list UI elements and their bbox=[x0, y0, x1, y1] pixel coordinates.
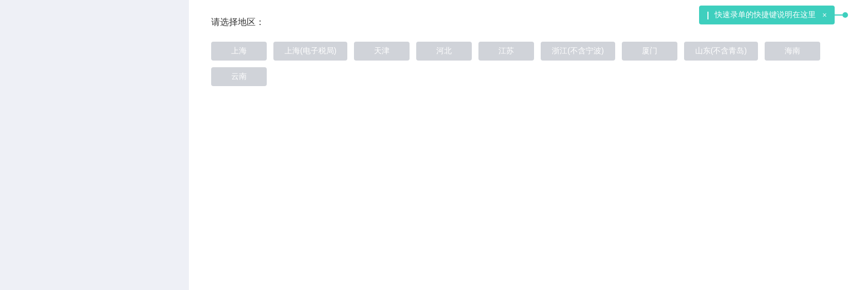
tooltip-connector bbox=[831, 14, 842, 16]
region-button-shanghai[interactable]: 上海 bbox=[211, 42, 267, 61]
region-button-xiamen[interactable]: 厦门 bbox=[622, 42, 677, 61]
region-button-hainan[interactable]: 海南 bbox=[765, 42, 820, 61]
tooltip-text: 快速录单的快捷键说明在这里 bbox=[715, 10, 816, 20]
tooltip-bar: 快速录单的快捷键说明在这里 × bbox=[699, 6, 835, 24]
left-sidebar bbox=[0, 0, 189, 290]
main-content: 请选择地区： 上海上海(电子税局)天津河北江苏浙江(不含宁波)厦门山东(不含青岛… bbox=[189, 0, 868, 290]
tooltip-close-button[interactable]: × bbox=[822, 11, 827, 19]
region-button-hebei[interactable]: 河北 bbox=[416, 42, 472, 61]
region-button-shandong[interactable]: 山东(不含青岛) bbox=[684, 42, 758, 61]
region-button-yunnan[interactable]: 云南 bbox=[211, 67, 267, 86]
region-button-jiangsu[interactable]: 江苏 bbox=[478, 42, 534, 61]
region-button-tianjin[interactable]: 天津 bbox=[354, 42, 410, 61]
tooltip-dot bbox=[842, 12, 848, 18]
region-button-zhejiang[interactable]: 浙江(不含宁波) bbox=[541, 42, 615, 61]
region-button-shanghai-etax[interactable]: 上海(电子税局) bbox=[273, 42, 347, 61]
region-buttons-container: 上海上海(电子税局)天津河北江苏浙江(不含宁波)厦门山东(不含青岛)海南云南 bbox=[211, 42, 846, 86]
